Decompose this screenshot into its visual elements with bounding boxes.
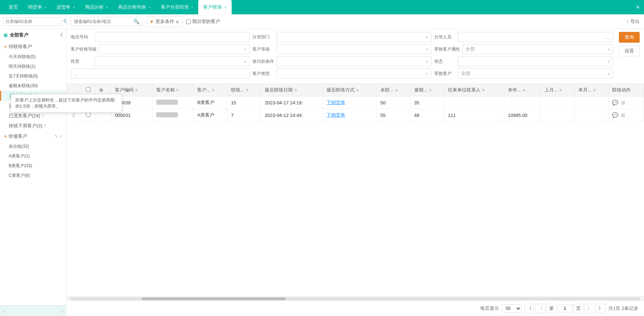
- retail-customer-select[interactable]: 全部 ∨: [458, 69, 613, 79]
- nav-customer-segment[interactable]: 客户分层经营 ×: [156, 0, 198, 14]
- sidebar-item-declining[interactable]: 持续下滑客户(2) ?: [0, 121, 66, 131]
- dots-input[interactable]: ...: [71, 69, 250, 79]
- my-customer-checkbox[interactable]: [186, 19, 191, 24]
- close-purchase-tab[interactable]: ×: [73, 5, 75, 9]
- col-header-last-month[interactable]: 上月... ⇅: [541, 84, 575, 96]
- nav-customer-contact[interactable]: 客户联络 ×: [198, 0, 231, 14]
- close-product-list-tab[interactable]: ×: [148, 5, 150, 9]
- sidebar-item-7days[interactable]: 近7天待联络(0): [0, 71, 66, 81]
- top-nav: 首页 销货单 × 进货单 × 商品分析 × 商品分析列表 × 客户分层经营 × …: [0, 0, 644, 14]
- more-conditions-button[interactable]: ▼ 更多条件 ∧: [146, 16, 182, 27]
- horizontal-scrollbar[interactable]: [66, 296, 644, 301]
- col-header-last-date[interactable]: 最后联络日期 ⇅: [261, 84, 323, 96]
- phone-input[interactable]: [94, 32, 250, 42]
- sidebar-value-group[interactable]: ▼ 价值客户 ✎ ✓: [0, 131, 66, 142]
- customer-type-arrow: ∨: [426, 72, 428, 76]
- row2-grid-icon[interactable]: ⊞: [621, 112, 625, 118]
- retail-attr-value: 全部: [465, 46, 475, 52]
- col-header-unit-contact[interactable]: 往来单位联系人 ⇅: [444, 84, 504, 96]
- query-button[interactable]: 查询: [619, 32, 640, 43]
- table-row: 2 000031 A类客户 7 2023-04-12 14:44:: [66, 109, 644, 122]
- row2-chat-icon[interactable]: 💬: [612, 112, 618, 118]
- nav-home[interactable]: 首页: [4, 0, 23, 14]
- row2-method-link[interactable]: 下销货单: [326, 112, 345, 118]
- sidebar-search-input[interactable]: [3, 17, 62, 26]
- scrollbar-thumb[interactable]: [142, 297, 286, 300]
- sidebar-group-pending[interactable]: ▼ 待联络客户: [0, 41, 66, 52]
- export-button[interactable]: ↑ 导出: [627, 18, 640, 25]
- sidebar-item-ungroup[interactable]: 未分组(32): [0, 142, 66, 151]
- status-select[interactable]: ∨: [458, 56, 613, 66]
- pagination-bar: 每页显示 50 20 100 《 〈 第 页 〉 》 共1页 2条记录: [66, 301, 644, 316]
- close-all-tabs[interactable]: ×: [636, 4, 640, 11]
- row2-last-method[interactable]: 下销货单: [323, 109, 377, 122]
- col-header-category[interactable]: 客户... ⇅: [194, 84, 227, 96]
- phone-label: 电话号码: [71, 34, 92, 40]
- sidebar-right-arrow[interactable]: ›: [61, 308, 63, 314]
- col-header-last-method[interactable]: 最后联络方式 ⇅: [323, 84, 377, 96]
- dept-select[interactable]: ∨: [276, 32, 431, 42]
- grid-icon: ⊞: [4, 33, 8, 38]
- per-page-select[interactable]: 50 20 100: [502, 304, 522, 313]
- row1-chat-icon[interactable]: 💬: [612, 100, 618, 105]
- settings-button[interactable]: 设置: [619, 46, 640, 56]
- price-grade-select[interactable]: ∨: [99, 44, 250, 54]
- next-page-btn[interactable]: 〉: [585, 304, 594, 313]
- col-header-overdue[interactable]: 逾期... ⇅: [411, 84, 444, 96]
- first-page-btn[interactable]: 《: [524, 304, 534, 313]
- close-contact-tab[interactable]: ×: [224, 5, 226, 9]
- my-customer-checkbox-label[interactable]: 我分管的客户: [186, 18, 220, 25]
- sidebar-search-button[interactable]: 🔍: [62, 19, 66, 24]
- customer-grade-select[interactable]: ∨: [276, 44, 431, 54]
- sort-icon-unit-contact: ⇅: [482, 88, 485, 92]
- col-header-pending[interactable]: 未联... ⇅: [377, 84, 411, 96]
- col-header-name[interactable]: 客户名称 ⇅: [152, 84, 194, 96]
- col-header-this-year[interactable]: 本年... ⇅: [504, 84, 541, 96]
- nav-product-analysis[interactable]: 商品分析 ×: [80, 0, 113, 14]
- retail-attr-select[interactable]: 全部 ∨: [462, 44, 613, 54]
- sidebar-item-today[interactable]: 今天待联络(0): [0, 52, 66, 62]
- nav-sales[interactable]: 销货单 ×: [23, 0, 51, 14]
- manager-input[interactable]: ...: [458, 32, 613, 42]
- payment-label: 收付款条件: [252, 58, 274, 65]
- row2-checkbox[interactable]: [86, 112, 91, 117]
- col-header-contact[interactable]: 联络... ⇅: [227, 84, 261, 96]
- customer-type-select[interactable]: ∨: [276, 69, 431, 79]
- row1-grid-icon[interactable]: ⊞: [621, 100, 625, 105]
- row2-name: [152, 109, 194, 122]
- customer-grade-label: 客户等级: [252, 46, 274, 52]
- close-sales-tab[interactable]: ×: [44, 5, 46, 9]
- row1-this-month: [575, 96, 608, 109]
- col-header-this-month[interactable]: 本月... ⇅: [575, 84, 608, 96]
- page-nav: 《 〈 第 页 〉 》: [524, 304, 606, 313]
- close-product-analysis-tab[interactable]: ×: [106, 5, 108, 9]
- sidebar-item-tomorrow[interactable]: 明天待联络(1): [0, 62, 66, 71]
- row1-action-icons: 💬 ⊞: [612, 100, 640, 105]
- status-label: 状态: [434, 58, 456, 65]
- prev-page-btn[interactable]: 〈: [536, 304, 545, 313]
- nav-purchase[interactable]: 进货单 ×: [51, 0, 80, 14]
- sidebar-item-a-class[interactable]: A类客户(1): [0, 151, 66, 161]
- sidebar-collapse-btn[interactable]: 《: [58, 32, 62, 38]
- row1-method-link[interactable]: 下销货单: [326, 100, 345, 105]
- sidebar-item-c-class[interactable]: C类客户(6): [0, 171, 66, 180]
- sort-icon-this-month: ⇅: [593, 88, 596, 92]
- sidebar-item-b-class[interactable]: B类客户(33): [0, 161, 66, 171]
- sidebar-left-arrow[interactable]: ‹: [3, 308, 5, 314]
- row1-last-method[interactable]: 下销货单: [323, 96, 377, 109]
- payment-select[interactable]: ∨: [276, 56, 431, 66]
- filter-row-4: ... 客户类型 ∨ 零散客户 全部: [71, 69, 613, 79]
- col-header-action: 联络动作: [608, 84, 644, 96]
- search-input[interactable]: [74, 19, 133, 24]
- check-all-checkbox[interactable]: [86, 87, 91, 92]
- last-page-btn[interactable]: 》: [596, 304, 606, 313]
- sidebar-item-overdue[interactable]: 逾期未联络(30): [0, 81, 66, 91]
- nav-product-list[interactable]: 商品分析列表 ×: [113, 0, 156, 14]
- nature-select[interactable]: ∨: [94, 56, 250, 66]
- filter-retail-attr: 零散客户属性 全部 ∨: [434, 44, 613, 54]
- sort-icon-code: ⇅: [135, 88, 138, 92]
- filter-customer-grade: 客户等级 ∨: [252, 44, 431, 54]
- edit-icon[interactable]: ✎: [55, 134, 58, 139]
- close-segment-tab[interactable]: ×: [191, 5, 193, 9]
- page-input[interactable]: [558, 305, 572, 312]
